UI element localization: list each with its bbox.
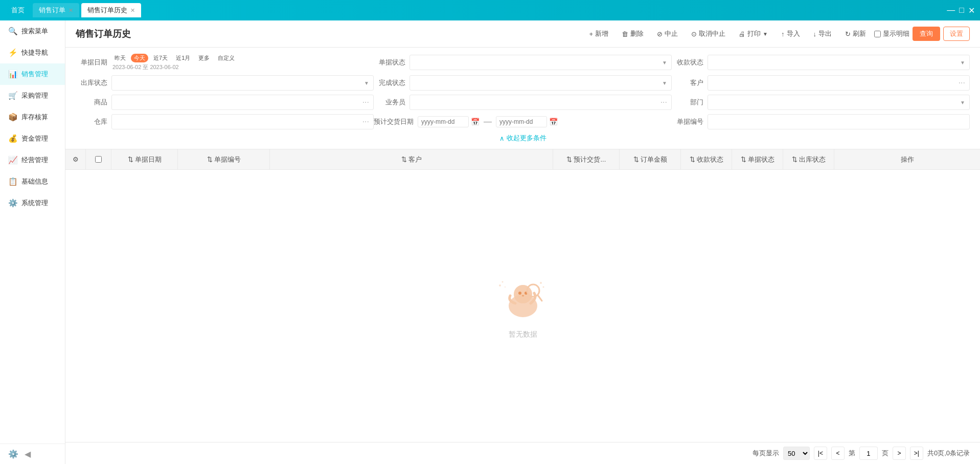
- date-options-row: 昨天 今天 近7天 近1月 更多 自定义: [111, 54, 374, 62]
- svg-point-11: [542, 286, 544, 288]
- sort-amount-icon[interactable]: ⇅: [633, 156, 639, 163]
- bill-no-input[interactable]: [708, 114, 970, 129]
- window-maximize-icon[interactable]: □: [959, 6, 964, 15]
- filter-item-warehouse: 仓库 ···: [76, 114, 374, 129]
- date-option-7days[interactable]: 近7天: [150, 54, 171, 62]
- sidebar-item-sales[interactable]: 📊 销售管理: [0, 63, 65, 85]
- stop-button[interactable]: ⊘ 中止: [652, 27, 683, 41]
- query-button[interactable]: 查询: [913, 27, 940, 41]
- cancel-stop-button[interactable]: ⊙ 取消中止: [686, 27, 731, 41]
- close-history-tab[interactable]: ✕: [130, 7, 135, 14]
- th-checkbox: [86, 149, 111, 169]
- date-option-more[interactable]: 更多: [195, 54, 213, 62]
- sidebar-collapse-icon[interactable]: ◀: [25, 449, 31, 459]
- export-button[interactable]: ↓ 导出: [808, 27, 837, 41]
- salesman-input[interactable]: ···: [409, 95, 672, 110]
- delivery-date-start-input[interactable]: [418, 116, 469, 127]
- first-page-button[interactable]: |<: [814, 447, 827, 460]
- date-option-1month[interactable]: 近1月: [173, 54, 193, 62]
- sort-delivery-icon[interactable]: ⇅: [566, 156, 572, 163]
- close-sales-order-tab[interactable]: ✕: [69, 7, 73, 14]
- finance-icon: 💰: [8, 134, 17, 143]
- svg-point-2: [518, 292, 521, 295]
- filter-item-delivery-date: 预计交货日期 📅 — 📅: [374, 116, 672, 127]
- topbar-right: — □ ✕: [947, 6, 975, 15]
- delivery-date-end-input[interactable]: [496, 116, 547, 127]
- warehouse-label: 仓库: [76, 117, 111, 126]
- warehouse-input[interactable]: ···: [111, 114, 374, 129]
- bill-status-select[interactable]: ▼: [409, 55, 672, 70]
- sidebar-item-system[interactable]: ⚙️ 系统管理: [0, 192, 65, 214]
- th-bill-status: ⇅ 单据状态: [732, 149, 783, 169]
- department-arrow-icon: ▼: [960, 100, 965, 105]
- sort-no-icon[interactable]: ⇅: [207, 156, 213, 163]
- sidebar-item-purchase[interactable]: 🛒 采购管理: [0, 85, 65, 106]
- complete-status-label: 完成状态: [374, 78, 409, 87]
- sort-date-icon[interactable]: ⇅: [128, 156, 133, 163]
- sidebar-item-quick-nav[interactable]: ⚡ 快捷导航: [0, 42, 65, 63]
- stop-icon: ⊘: [657, 30, 663, 38]
- import-icon: ↑: [781, 30, 785, 38]
- svg-point-10: [540, 282, 542, 284]
- th-delivery: ⇅ 预计交货...: [553, 149, 620, 169]
- refresh-button[interactable]: ↻ 刷新: [840, 27, 871, 41]
- empty-illustration: [492, 273, 554, 324]
- last-page-button[interactable]: >|: [910, 447, 923, 460]
- settings-button[interactable]: 设置: [943, 27, 970, 41]
- tab-sales-order[interactable]: 销售订单 ✕: [33, 3, 79, 17]
- sidebar-item-search-menu[interactable]: 🔍 搜索菜单: [0, 20, 65, 42]
- goods-input[interactable]: ···: [111, 95, 374, 110]
- prev-page-button[interactable]: <: [831, 447, 845, 460]
- sort-payment-icon[interactable]: ⇅: [690, 156, 695, 163]
- print-button[interactable]: 🖨 打印 ▼: [734, 27, 773, 41]
- inventory-icon: 📦: [8, 113, 17, 122]
- svg-point-9: [505, 286, 506, 288]
- th-operation: 操作: [834, 149, 980, 169]
- complete-status-select[interactable]: ▼: [409, 75, 672, 91]
- date-option-today[interactable]: 今天: [131, 54, 148, 62]
- select-all-checkbox[interactable]: [95, 156, 102, 163]
- sidebar-item-inventory[interactable]: 📦 库存核算: [0, 106, 65, 128]
- svg-point-1: [514, 285, 532, 303]
- th-settings[interactable]: ⚙: [65, 149, 86, 169]
- filter-row-2: 出库状态 ▼ 完成状态 ▼ 客户 ···: [76, 75, 970, 91]
- sort-customer-icon[interactable]: ⇅: [401, 156, 407, 163]
- filter-item-department: 部门 ▼: [672, 95, 970, 110]
- sidebar-settings-icon[interactable]: ⚙️: [8, 449, 18, 459]
- refresh-icon: ↻: [845, 30, 851, 38]
- purchase-icon: 🛒: [8, 91, 17, 100]
- filter-row-4: 仓库 ··· 预计交货日期 📅 — 📅 单据编号: [76, 114, 970, 129]
- date-option-custom[interactable]: 自定义: [215, 54, 238, 62]
- collapse-row[interactable]: ∧ 收起更多条件: [76, 134, 970, 143]
- sort-stock-icon[interactable]: ⇅: [792, 156, 797, 163]
- next-page-button[interactable]: >: [893, 447, 906, 460]
- tab-sales-order-history[interactable]: 销售订单历史 ✕: [81, 3, 141, 17]
- page-input[interactable]: [859, 447, 878, 460]
- calendar-end-icon: 📅: [549, 118, 558, 126]
- show-detail-checkbox[interactable]: [874, 31, 881, 37]
- sidebar-item-base-info[interactable]: 📋 基础信息: [0, 171, 65, 192]
- stock-out-select[interactable]: ▼: [111, 75, 374, 91]
- quick-nav-icon: ⚡: [8, 48, 17, 57]
- payment-status-select[interactable]: ▼: [708, 55, 970, 70]
- main-layout: 🔍 搜索菜单 ⚡ 快捷导航 📊 销售管理 🛒 采购管理 📦 库存核算 💰 资金管…: [0, 20, 980, 464]
- sidebar-item-operations[interactable]: 📈 经营管理: [0, 149, 65, 171]
- filter-row-1: 单据日期 昨天 今天 近7天 近1月 更多 自定义 2023-06-02 至 2…: [76, 54, 970, 71]
- per-page-select[interactable]: 50 100 200: [783, 447, 810, 460]
- sort-status-icon[interactable]: ⇅: [741, 156, 746, 163]
- table-settings-icon[interactable]: ⚙: [73, 156, 79, 163]
- filter-item-customer: 客户 ···: [672, 75, 970, 91]
- delete-button[interactable]: 🗑 删除: [617, 27, 649, 41]
- customer-input[interactable]: ···: [708, 75, 970, 91]
- table-body: 暂无数据: [65, 170, 980, 442]
- department-select[interactable]: ▼: [708, 95, 970, 110]
- th-no: ⇅ 单据编号: [178, 149, 270, 169]
- sidebar-item-finance[interactable]: 💰 资金管理: [0, 128, 65, 149]
- window-minimize-icon[interactable]: —: [947, 6, 955, 15]
- window-close-icon[interactable]: ✕: [968, 6, 975, 15]
- tab-home[interactable]: 首页: [5, 3, 31, 17]
- date-option-yesterday[interactable]: 昨天: [111, 54, 129, 62]
- import-button[interactable]: ↑ 导入: [776, 27, 805, 41]
- filter-row-3: 商品 ··· 业务员 ··· 部门 ▼: [76, 95, 970, 110]
- add-button[interactable]: + 新增: [584, 27, 614, 41]
